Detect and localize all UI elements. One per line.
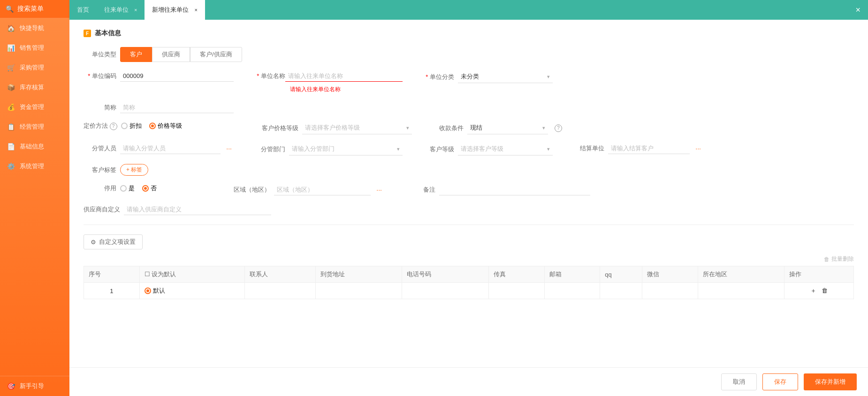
sidebar-item-label: 新手引导 [20,382,44,390]
sidebar-item-sales[interactable]: 📊 销售管理 [0,38,69,58]
radio-discount[interactable]: 折扣 [121,122,142,130]
supplier-custom-row: 供应商自定义 [84,204,854,215]
help-icon-pricing[interactable]: ? [110,123,117,130]
tab-partners[interactable]: 往来单位 × [97,0,145,20]
pricing-row: 定价方法 ? 折扣 价格等级 [84,122,854,134]
money-icon: 💰 [7,103,15,111]
td-wechat[interactable] [642,283,698,299]
type-btn-both[interactable]: 客户/供应商 [190,47,242,62]
td-contact[interactable] [244,283,316,299]
th-wechat: 微信 [642,266,698,283]
region-input[interactable] [274,184,371,195]
sidebar-item-system[interactable]: ⚙️ 系统管理 [0,156,69,176]
payment-terms-label: 收款条件 [431,124,464,132]
save-new-button[interactable]: 保存并新增 [804,373,857,390]
cancel-button[interactable]: 取消 [721,373,757,390]
th-default-checkbox[interactable]: ☐ [145,271,150,278]
sidebar: 🔍 搜索菜单 🏠 快捷导航 📊 销售管理 🛒 采购管理 📦 库存核算 💰 资金管… [0,0,69,396]
tab-home-label: 首页 [77,6,89,14]
settlement-unit-input[interactable] [608,143,690,154]
td-qq[interactable] [600,283,642,299]
sidebar-item-finance[interactable]: 💰 资金管理 [0,97,69,117]
unit-code-input[interactable] [120,70,234,82]
unit-type-row: 单位类型 客户 供应商 客户/供应商 [84,47,854,62]
customer-level-select[interactable]: 请选择客户等级 ▾ [458,143,553,155]
chevron-down-icon-payment: ▾ [542,125,545,131]
td-region[interactable] [698,283,784,299]
doc-icon: 📄 [7,142,15,151]
td-address[interactable] [316,283,402,299]
th-contact: 联系人 [244,266,316,283]
help-icon-payment[interactable]: ? [555,124,562,132]
manager-more-btn[interactable]: ··· [224,145,234,152]
remarks-input[interactable] [439,184,590,195]
tab-home[interactable]: 首页 [69,0,97,20]
radio-price-level[interactable]: 价格等级 [149,122,182,130]
unit-category-label: * 单位分类 [421,73,454,81]
window-close-button[interactable]: × [848,5,868,15]
payment-terms-select[interactable]: 现结 ▾ [467,122,548,134]
delete-icon: 🗑 [824,256,830,263]
main-area: 首页 往来单位 × 新增往来单位 × × F 基本信息 单位类型 [69,0,868,396]
short-name-input[interactable] [120,102,234,113]
unit-type-buttons: 客户 供应商 客户/供应商 [120,47,242,62]
short-name-label: 简称 [84,103,116,112]
save-button[interactable]: 保存 [762,373,798,390]
region-label: 区域（地区） [234,186,270,194]
radio-default[interactable]: 默认 [145,287,240,295]
search-icon: 🔍 [6,5,14,13]
customer-level-label: 客户等级 [421,145,454,154]
radio-circle-default [145,287,151,294]
unit-name-input[interactable] [285,70,403,82]
batch-delete-button[interactable]: 🗑 批量删除 [824,255,854,263]
chevron-down-icon-dept: ▾ [397,146,400,152]
chart-icon: 📊 [7,44,15,52]
td-seq: 1 [84,283,140,299]
gear-icon-small: ⚙ [91,239,96,246]
custom-settings-button[interactable]: ⚙ 自定义项设置 [84,234,143,249]
manager-input[interactable] [120,143,221,154]
td-email[interactable] [544,283,600,299]
table-row: 1 默认 [84,283,854,299]
region-more-btn[interactable]: ··· [374,186,384,194]
th-default: ☐ 设为默认 [139,266,244,283]
sidebar-item-inventory[interactable]: 📦 库存核算 [0,78,69,97]
th-action: 操作 [784,266,853,283]
department-label: 分管部门 [252,145,285,154]
supplier-custom-input[interactable] [124,204,271,215]
status-row: 停用 是 否 区域（地区） [84,184,854,195]
add-row-icon[interactable]: ＋ [810,287,816,294]
add-tag-button[interactable]: + 标签 [120,164,148,176]
sidebar-item-guide[interactable]: 🎯 新手引导 [0,376,69,396]
sidebar-item-label: 快捷导航 [20,24,44,32]
sidebar-item-purchase[interactable]: 🛒 采购管理 [0,58,69,78]
radio-circle-discount [121,123,128,129]
tab-new-partner[interactable]: 新增往来单位 × [145,0,205,20]
sidebar-search[interactable]: 🔍 搜索菜单 [0,0,69,18]
contacts-table: 序号 ☐ 设为默认 联系人 到货地址 电话号码 传真 邮箱 qq 微信 所在地区 [84,266,854,299]
td-phone[interactable] [402,283,488,299]
tab-new-partner-close[interactable]: × [194,7,197,13]
tab-new-partner-label: 新增往来单位 [152,6,189,14]
delete-row-icon[interactable]: 🗑 [822,287,828,294]
chevron-down-icon-level: ▾ [547,146,550,152]
sidebar-item-label: 采购管理 [20,63,44,72]
settlement-more-btn[interactable]: ··· [693,145,703,152]
sidebar-item-basic-info[interactable]: 📄 基础信息 [0,137,69,156]
unit-category-select[interactable]: 未分类 ▾ [458,70,553,83]
sidebar-item-operations[interactable]: 📋 经营管理 [0,117,69,137]
unit-info-row: * 单位编码 * 单位名称 请输入往来单位名称 [84,70,854,93]
radio-yes[interactable]: 是 [120,184,135,193]
customer-price-level-label: 客户价格等级 [262,124,298,132]
radio-no[interactable]: 否 [142,184,157,193]
target-icon: 🎯 [7,382,15,390]
sidebar-item-quick-nav[interactable]: 🏠 快捷导航 [0,18,69,38]
type-btn-customer[interactable]: 客户 [120,47,152,62]
tab-partners-close[interactable]: × [134,7,137,13]
th-email: 邮箱 [544,266,600,283]
customer-price-level-select[interactable]: 请选择客户价格等级 ▾ [302,122,412,134]
department-select[interactable]: 请输入分管部门 ▾ [289,143,403,155]
type-btn-supplier[interactable]: 供应商 [152,47,190,62]
td-fax[interactable] [488,283,544,299]
th-seq: 序号 [84,266,140,283]
